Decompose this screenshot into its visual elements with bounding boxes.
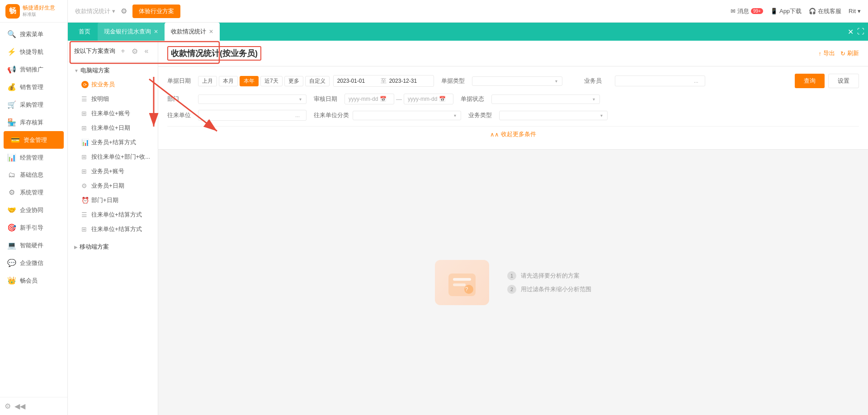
sidebar-collapse-icon[interactable]: ◀◀	[14, 402, 25, 410]
date-btn-more[interactable]: 更多	[284, 76, 303, 86]
breadcrumb: 收款情况统计 ▾	[75, 7, 115, 15]
partner-more-icon[interactable]: ...	[293, 112, 302, 118]
date-btn-this-month[interactable]: 本月	[219, 76, 238, 86]
tab-cashflow[interactable]: 现金银行流水查询 ✕	[98, 23, 165, 41]
mobile-group-header[interactable]: ▶ 移动端方案	[68, 240, 158, 254]
desktop-group-header[interactable]: ▼ 电脑端方案	[68, 64, 158, 77]
message-btn[interactable]: ✉ 消息 99+	[731, 7, 763, 15]
user-menu-btn[interactable]: Rit ▾	[849, 8, 861, 14]
sidebar-item-basic[interactable]: 🗂 基础信息	[0, 166, 67, 184]
tab-receipt-close[interactable]: ✕	[209, 28, 213, 35]
online-service-btn[interactable]: 🎧 在线客服	[809, 7, 841, 15]
doc-status-dropdown[interactable]: ▾	[491, 94, 600, 104]
sidebar-item-marketing[interactable]: 📢 营销推广	[0, 61, 67, 78]
purchase-icon: 🛒	[7, 100, 16, 109]
scheme-settings-btn[interactable]: ⚙	[130, 46, 140, 56]
sidebar-item-search[interactable]: 🔍 搜索菜单	[0, 25, 67, 43]
step-1-text: 请先选择要分析的方案	[521, 272, 580, 280]
doc-type-dropdown[interactable]: ▾	[472, 76, 562, 86]
export-btn[interactable]: ↑ 导出	[819, 49, 835, 57]
message-badge: 99+	[751, 8, 763, 14]
collapse-chevron-icon: ∧∧	[490, 131, 499, 138]
step-1-num: 1	[507, 271, 516, 280]
audit-end-input[interactable]: yyyy-mm-dd 📅	[404, 94, 453, 104]
salesperson-scheme-icon: ⟳	[81, 81, 89, 88]
partner-dept-icon: ⊞	[81, 153, 89, 160]
sidebar-item-purchase[interactable]: 🛒 采购管理	[0, 96, 67, 113]
operations-icon: 📊	[7, 153, 16, 162]
scheme-dept-date-label: 部门+日期	[91, 196, 118, 204]
tab-cashflow-close[interactable]: ✕	[154, 28, 158, 35]
biz-type-dropdown[interactable]: ▾	[499, 111, 608, 120]
app-download-btn[interactable]: 📱 App下载	[770, 7, 802, 15]
tab-expand-icon[interactable]: ⛶	[857, 28, 864, 36]
date-btn-custom[interactable]: 自定义	[305, 76, 330, 86]
marketing-icon: 📢	[7, 65, 16, 74]
settings-btn[interactable]: 设置	[828, 74, 859, 88]
sidebar-item-sales[interactable]: 💰 销售管理	[0, 78, 67, 96]
audit-calendar-icon-end: 📅	[439, 96, 446, 102]
query-row-3: 往来单位 ... 往来单位分类 ▾ 业务	[167, 110, 859, 121]
date-start-input[interactable]	[337, 78, 378, 84]
date-btn-last-month[interactable]: 上月	[198, 76, 217, 86]
date-end-input[interactable]	[389, 78, 430, 84]
date-btn-this-year[interactable]: 本年	[240, 76, 259, 86]
salesperson-dropdown[interactable]: ...	[615, 75, 705, 86]
sidebar-item-system[interactable]: ⚙ 系统管理	[0, 184, 67, 201]
topbar-settings-icon[interactable]: ⚙	[121, 7, 127, 15]
sidebar-item-enterprise[interactable]: 🤝 企业协同	[0, 201, 67, 219]
scheme-partner-dept-collect[interactable]: ⊞ 按往来单位+部门+收...	[68, 150, 158, 164]
sidebar-item-finance[interactable]: 💳 资金管理	[4, 131, 64, 149]
audit-calendar-icon-start: 📅	[380, 96, 387, 102]
breadcrumb-chevron: ▾	[112, 8, 115, 14]
date-btn-7days[interactable]: 近7天	[260, 76, 283, 86]
query-btn[interactable]: 查询	[795, 74, 825, 88]
scheme-dept-date[interactable]: ⏰ 部门+日期	[68, 193, 158, 208]
trial-button[interactable]: 体验行业方案	[132, 5, 180, 18]
sidebar-item-operations[interactable]: 📊 经营管理	[0, 149, 67, 166]
partner-dropdown[interactable]: ...	[198, 110, 307, 121]
collapse-btn[interactable]: ∧∧ 收起更多条件	[167, 126, 859, 142]
sidebar-item-wechat[interactable]: 💬 企业微信	[0, 254, 67, 272]
page-content: 按以下方案查询 + ⚙ « ▼ 电脑端方案 ⟳ 按业务员 ☰	[68, 41, 868, 415]
partner-category-label: 往来单位分类	[314, 111, 349, 119]
dept-dropdown[interactable]: ▾	[198, 94, 307, 104]
panel-collapse-btn[interactable]: «	[142, 46, 151, 56]
sidebar-item-inventory[interactable]: 🏪 库存核算	[0, 113, 67, 131]
tab-home[interactable]: 首页	[71, 28, 98, 36]
tab-close-all-icon[interactable]: ✕	[848, 28, 854, 36]
sidebar-item-shortcut[interactable]: ⚡ 快捷导航	[0, 43, 67, 61]
scheme-salesperson-date[interactable]: ⚙ 业务员+日期	[68, 179, 158, 193]
step-2-text: 用过滤条件来缩小分析范围	[521, 285, 591, 293]
detail-scheme-icon: ☰	[81, 95, 89, 103]
audit-start-input[interactable]: yyyy-mm-dd 📅	[344, 94, 394, 104]
refresh-btn[interactable]: ↻ 刷新	[840, 49, 859, 57]
scheme-partner-account[interactable]: ⊞ 往来单位+账号	[68, 106, 158, 121]
logo-icon: 畅	[5, 4, 20, 19]
empty-state: ? 1 请先选择要分析的方案 2 用过滤条件来缩小分析范围	[158, 150, 868, 415]
sidebar-item-guide[interactable]: 🎯 新手引导	[0, 219, 67, 236]
doc-type-field: 单据类型 ▾	[441, 76, 577, 86]
query-row-1: 单据日期 上月 本月 本年 近7天 更多 自定义 至	[167, 74, 859, 88]
salesperson-more-icon[interactable]: ...	[692, 78, 700, 84]
sidebar-item-hardware[interactable]: 💻 智能硬件	[0, 236, 67, 254]
audit-date-label: 审核日期	[314, 95, 341, 103]
tab-receipt[interactable]: 收款情况统计 ✕	[165, 23, 220, 41]
scheme-partner-settlement1[interactable]: ☰ 往来单位+结算方式	[68, 208, 158, 222]
scheme-partner-settlement2[interactable]: ⊞ 往来单位+结算方式	[68, 222, 158, 236]
partner-category-dropdown[interactable]: ▾	[353, 111, 461, 120]
svg-text:?: ?	[465, 286, 468, 292]
scheme-by-detail[interactable]: ☰ 按明细	[68, 92, 158, 106]
scheme-by-salesperson[interactable]: ⟳ 按业务员	[68, 77, 158, 92]
dept-label: 部门	[167, 95, 194, 103]
add-scheme-btn[interactable]: +	[118, 46, 128, 56]
sidebar-settings-icon[interactable]: ⚙	[5, 402, 11, 410]
scheme-salesperson-account[interactable]: ⊞ 业务员+账号	[68, 164, 158, 179]
doc-type-label: 单据类型	[441, 77, 468, 85]
scheme-salesperson-settlement[interactable]: 📊 业务员+结算方式	[68, 135, 158, 150]
sidebar-item-member[interactable]: 👑 畅会员	[0, 272, 67, 289]
scheme-partner-date[interactable]: ⊞ 往来单位+日期	[68, 121, 158, 135]
scheme-salesperson-date-label: 业务员+日期	[91, 182, 124, 190]
message-icon: ✉	[731, 8, 736, 14]
desktop-scheme-group: ▼ 电脑端方案 ⟳ 按业务员 ☰ 按明细 ⊞ 往来单位+账号 ⊞ 往	[68, 62, 158, 238]
